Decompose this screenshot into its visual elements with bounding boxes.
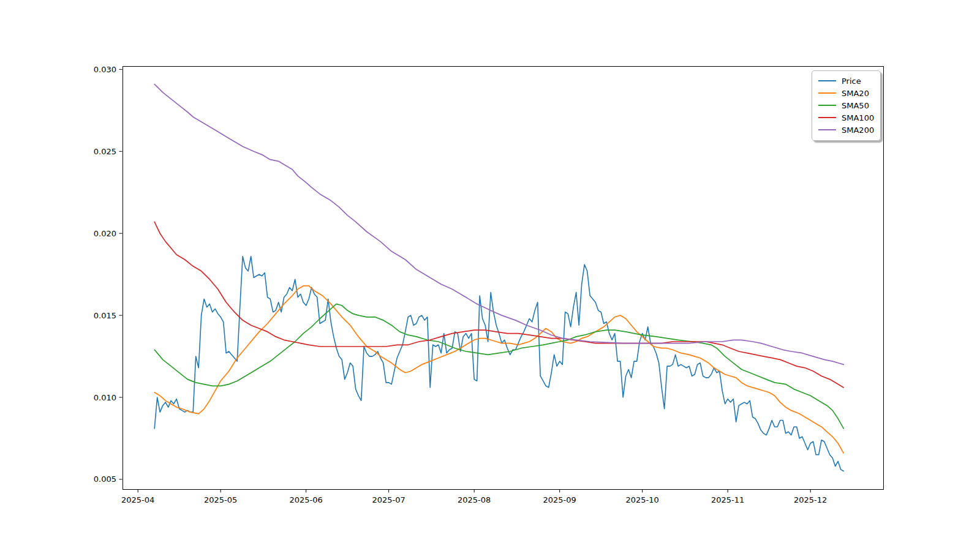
x-tick-label: 2025-06 (290, 495, 323, 504)
legend-item-sma100: SMA100 (818, 111, 874, 124)
legend: PriceSMA20SMA50SMA100SMA200 (812, 70, 881, 141)
legend-line-swatch (818, 105, 836, 106)
series-line-sma100 (154, 222, 843, 388)
axes-frame (123, 67, 884, 490)
legend-item-sma200: SMA200 (818, 124, 874, 136)
legend-line-swatch (818, 92, 836, 94)
legend-label: Price (842, 77, 861, 86)
legend-label: SMA200 (842, 126, 874, 135)
legend-line-swatch (818, 117, 836, 118)
legend-line-swatch (818, 129, 836, 130)
x-tick-label: 2025-09 (543, 495, 576, 504)
x-tick-label: 2025-08 (458, 495, 491, 504)
y-tick-label: 0.015 (94, 311, 116, 320)
x-tick-label: 2025-12 (794, 495, 827, 504)
legend-label: SMA50 (842, 101, 869, 110)
y-tick-label: 0.030 (94, 65, 116, 74)
x-tick-label: 2025-07 (372, 495, 405, 504)
legend-line-swatch (818, 80, 836, 81)
y-tick-label: 0.020 (94, 229, 116, 238)
legend-item-sma50: SMA50 (818, 99, 874, 111)
series-line-price (154, 257, 843, 471)
series-line-sma50 (154, 304, 843, 429)
x-tick-label: 2025-11 (711, 495, 744, 504)
y-tick-label: 0.025 (94, 147, 116, 156)
series-line-sma20 (154, 286, 843, 453)
x-tick-label: 2025-10 (626, 495, 659, 504)
x-tick-label: 2025-05 (204, 495, 237, 504)
series-line-sma200 (154, 84, 843, 365)
y-tick-label: 0.005 (94, 474, 116, 484)
legend-item-price: Price (818, 75, 874, 87)
legend-item-sma20: SMA20 (818, 87, 874, 99)
x-tick-label: 2025-04 (121, 495, 154, 504)
figure: 2025-042025-052025-062025-072025-082025-… (0, 0, 980, 551)
legend-label: SMA20 (842, 89, 869, 98)
legend-label: SMA100 (842, 113, 874, 122)
y-tick-label: 0.010 (94, 393, 116, 402)
